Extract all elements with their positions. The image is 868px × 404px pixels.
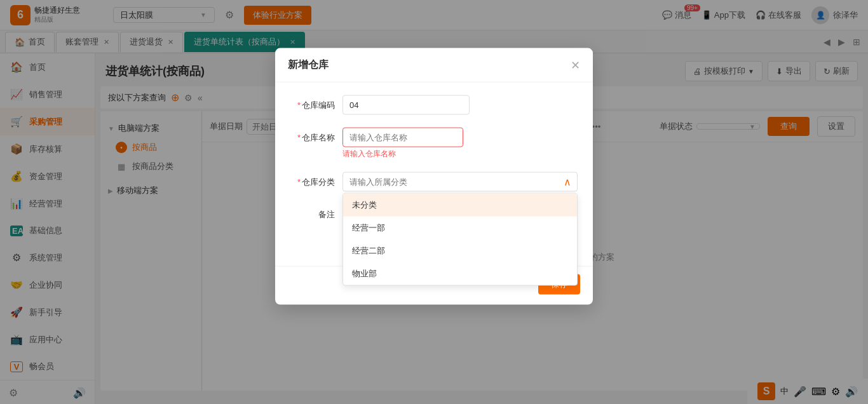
form-row-code: 仓库编码	[290, 95, 578, 115]
form-row-category: 仓库分类 ∧ 未分类 经营一部 经营二部 物业部	[290, 172, 578, 192]
category-select-wrap: ∧ 未分类 经营一部 经营二部 物业部	[342, 172, 578, 192]
category-label: 仓库分类	[290, 172, 335, 188]
dropdown-item-2[interactable]: 经营二部	[343, 239, 577, 262]
name-input[interactable]	[342, 128, 463, 147]
name-field-wrap: 请输入仓库名称	[342, 128, 578, 159]
category-arrow-icon[interactable]: ∧	[564, 176, 571, 188]
name-error-msg: 请输入仓库名称	[342, 149, 578, 159]
name-label: 仓库名称	[290, 128, 335, 144]
modal-header: 新增仓库 ✕	[275, 48, 593, 83]
category-dropdown: 未分类 经营一部 经营二部 物业部	[342, 193, 578, 286]
form-row-name: 仓库名称 请输入仓库名称	[290, 128, 578, 159]
category-input[interactable]	[342, 172, 578, 192]
add-warehouse-modal: 新增仓库 ✕ 仓库编码 仓库名称 请输入仓库名称 仓库分类 ∧ 未分类	[275, 48, 593, 305]
dropdown-item-0[interactable]: 未分类	[343, 194, 577, 217]
note-label: 备注	[290, 205, 335, 220]
dropdown-item-1[interactable]: 经营一部	[343, 217, 577, 239]
code-input[interactable]	[342, 95, 470, 115]
modal-close-icon[interactable]: ✕	[571, 59, 580, 71]
dropdown-item-3[interactable]: 物业部	[343, 262, 577, 285]
code-label: 仓库编码	[290, 95, 335, 111]
modal-title: 新增仓库	[288, 58, 329, 72]
modal-body: 仓库编码 仓库名称 请输入仓库名称 仓库分类 ∧ 未分类 经营一部 经营二部	[275, 83, 593, 266]
